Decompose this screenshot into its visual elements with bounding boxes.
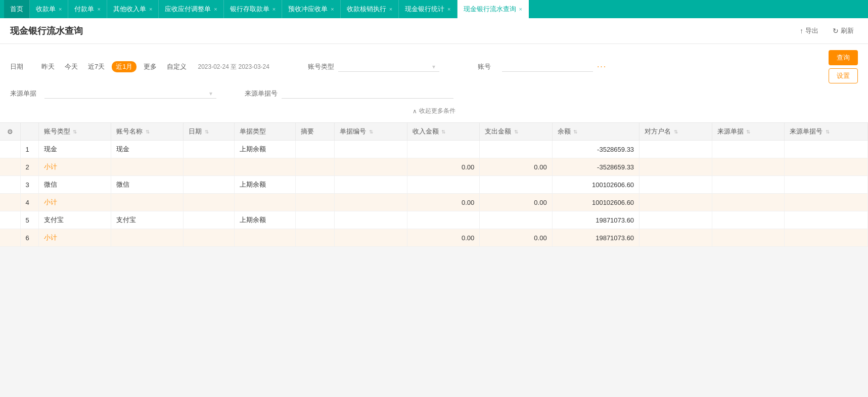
chevron-down-icon: ▾ — [432, 63, 435, 70]
nav-tab-payment[interactable]: 付款单 × — [68, 0, 107, 18]
close-icon[interactable]: × — [272, 6, 276, 12]
account-type-select[interactable]: ▾ — [338, 62, 439, 72]
page-header: 现金银行流水查询 ↑ 导出 ↻ 刷新 — [0, 18, 868, 44]
account-type-cell: 小计 — [38, 229, 111, 247]
account-input[interactable] — [502, 62, 593, 72]
source-doc-cell — [712, 141, 784, 158]
doc-no-cell — [335, 141, 407, 158]
account-name-col-header[interactable]: 账号名称 ⇅ — [111, 123, 183, 141]
source-doc-no-col-header[interactable]: 来源单据号 ⇅ — [784, 123, 867, 141]
source-doc-no-input[interactable] — [282, 89, 453, 99]
settings-button[interactable]: 设置 — [829, 68, 858, 83]
date-col-header[interactable]: 日期 ⇅ — [184, 123, 234, 141]
nav-tab-bank-deposit[interactable]: 银行存取款单 × — [224, 0, 282, 18]
table-row: 2小计0.000.00-3528659.33 — [0, 158, 868, 176]
source-doc-col-header[interactable]: 来源单据 ⇅ — [712, 123, 784, 141]
collapse-label: 收起更多条件 — [419, 107, 455, 115]
export-icon: ↑ — [800, 27, 803, 35]
source-doc-label: 来源单据 — [10, 89, 36, 98]
close-icon[interactable]: × — [331, 6, 334, 12]
refresh-icon: ↻ — [833, 27, 839, 35]
counterparty-cell — [639, 141, 712, 158]
source-doc-cell — [712, 158, 784, 176]
summary-cell — [295, 158, 335, 176]
close-icon[interactable]: × — [519, 6, 522, 12]
account-name-cell: 微信 — [111, 176, 183, 194]
doc-no-col-header[interactable]: 单据编号 ⇅ — [335, 123, 407, 141]
source-doc-no-cell — [784, 211, 867, 229]
shortcut-custom[interactable]: 自定义 — [164, 61, 190, 72]
nav-tab-verify-exec[interactable]: 收款核销执行 × — [341, 0, 399, 18]
filter-row-date: 日期 昨天 今天 近7天 近1月 更多 自定义 2023-02-24 至 202… — [10, 50, 858, 83]
source-doc-cell — [712, 229, 784, 247]
account-type-cell: 微信 — [38, 176, 111, 194]
table-container: ⚙ 账号类型 ⇅ 账号名称 ⇅ 日期 ⇅ 单据类型 摘要 单据编号 ⇅ 收入金额… — [0, 123, 868, 247]
balance-cell: 100102606.60 — [552, 194, 639, 211]
settings-col-header[interactable]: ⚙ — [0, 123, 20, 141]
close-icon[interactable]: × — [149, 6, 152, 12]
counterparty-cell — [639, 211, 712, 229]
account-name-cell: 支付宝 — [111, 211, 183, 229]
close-icon[interactable]: × — [389, 6, 392, 12]
close-icon[interactable]: × — [59, 6, 62, 12]
date-cell — [184, 176, 234, 194]
close-icon[interactable]: × — [97, 6, 100, 12]
nav-tab-other-income[interactable]: 其他收入单 × — [107, 0, 159, 18]
source-doc-cell — [712, 211, 784, 229]
balance-col-header[interactable]: 余额 ⇅ — [552, 123, 639, 141]
counterparty-col-header[interactable]: 对方户名 ⇅ — [639, 123, 712, 141]
shortcut-yesterday[interactable]: 昨天 — [38, 61, 58, 72]
settings-cell — [0, 158, 20, 176]
nav-tab-prepay-offset[interactable]: 预收冲应收单 × — [282, 0, 340, 18]
nav-tab-bank-flow[interactable]: 现金银行流水查询 × — [458, 0, 529, 18]
export-button[interactable]: ↑ 导出 — [796, 24, 823, 37]
expense-cell: 0.00 — [480, 158, 552, 176]
expense-cell — [480, 141, 552, 158]
table-row: 5支付宝支付宝上期余额19871073.60 — [0, 211, 868, 229]
doc-no-cell — [335, 229, 407, 247]
income-cell — [407, 176, 479, 194]
source-doc-select[interactable]: ▾ — [44, 89, 216, 99]
summary-cell — [295, 176, 335, 194]
settings-cell — [0, 229, 20, 247]
account-browse-button[interactable]: ··· — [597, 62, 607, 71]
income-cell: 0.00 — [407, 194, 479, 211]
doc-type-col-header: 单据类型 — [234, 123, 295, 141]
shortcut-more[interactable]: 更多 — [141, 61, 160, 72]
nav-tab-ar-adjust[interactable]: 应收应付调整单 × — [159, 0, 223, 18]
doc-type-cell — [234, 229, 295, 247]
account-type-col-header[interactable]: 账号类型 ⇅ — [38, 123, 111, 141]
expense-col-header[interactable]: 支出金额 ⇅ — [480, 123, 552, 141]
balance-cell: 100102606.60 — [552, 176, 639, 194]
shortcut-today[interactable]: 今天 — [62, 61, 81, 72]
expense-cell — [480, 176, 552, 194]
summary-col-header: 摘要 — [295, 123, 335, 141]
close-icon[interactable]: × — [214, 6, 217, 12]
expense-cell: 0.00 — [480, 229, 552, 247]
income-cell — [407, 211, 479, 229]
date-range-display: 2023-02-24 至 2023-03-24 — [198, 63, 269, 71]
shortcut-7days[interactable]: 近7天 — [85, 61, 108, 72]
settings-cell — [0, 211, 20, 229]
table-header-row: ⚙ 账号类型 ⇅ 账号名称 ⇅ 日期 ⇅ 单据类型 摘要 单据编号 ⇅ 收入金额… — [0, 123, 868, 141]
doc-no-cell — [335, 211, 407, 229]
data-table: ⚙ 账号类型 ⇅ 账号名称 ⇅ 日期 ⇅ 单据类型 摘要 单据编号 ⇅ 收入金额… — [0, 123, 868, 247]
shortcut-1month[interactable]: 近1月 — [112, 61, 136, 72]
query-button[interactable]: 查询 — [829, 50, 858, 65]
summary-cell — [295, 194, 335, 211]
counterparty-cell — [639, 158, 712, 176]
nav-tab-bank-stats[interactable]: 现金银行统计 × — [399, 0, 457, 18]
income-col-header[interactable]: 收入金额 ⇅ — [407, 123, 479, 141]
table-row: 4小计0.000.00100102606.60 — [0, 194, 868, 211]
refresh-button[interactable]: ↻ 刷新 — [829, 24, 858, 37]
table-row: 3微信微信上期余额100102606.60 — [0, 176, 868, 194]
source-doc-cell — [712, 194, 784, 211]
collapse-bar[interactable]: ∧ 收起更多条件 — [10, 104, 858, 116]
doc-type-cell — [234, 158, 295, 176]
close-icon[interactable]: × — [447, 6, 450, 12]
filter-row-source: 来源单据 ▾ 来源单据号 — [10, 89, 858, 99]
nav-tab-receipt[interactable]: 收款单 × — [30, 0, 68, 18]
doc-no-cell — [335, 158, 407, 176]
nav-tab-home[interactable]: 首页 — [4, 0, 30, 18]
top-navigation: 首页 收款单 × 付款单 × 其他收入单 × 应收应付调整单 × 银行存取款单 … — [0, 0, 868, 18]
